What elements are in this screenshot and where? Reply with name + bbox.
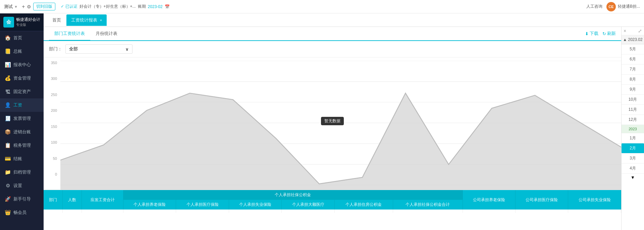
calendar-icon[interactable]: 📅 [165,4,170,9]
y-axis: 0 50 100 150 200 250 300 350 [47,61,57,176]
tab-bar: 首页 工资统计报表 × [44,13,644,27]
sidebar-item-tax[interactable]: 📋 税务管理 [0,139,44,152]
sidebar-item-home[interactable]: 🏠 首页 [0,31,44,45]
sidebar-item-invoice[interactable]: 🧾 发票管理 [0,112,44,125]
download-icon: ⬇ [585,31,589,36]
col-personal-medical: 个人承担医疗保险 [176,200,229,210]
date-item-6[interactable]: 6月 [622,54,644,64]
bottom-table-container: 部门 人数 应发工资合计 个人承担社保公积金 公司承担养老保险 公司承担医疗保险… [44,190,621,230]
settings-icon[interactable]: ⚙ [27,4,31,9]
date-item-3[interactable]: 3月 [622,153,644,164]
expand-sidebar-button[interactable]: ⤢ [638,28,642,34]
tab-department[interactable]: 部门工资统计表 [49,27,90,41]
year-label: 2023.02 [628,37,642,42]
line-chart [60,61,621,190]
date-item-2[interactable]: 2月 [622,143,644,153]
y-label-0: 0 [47,172,57,176]
sidebar-item-assets[interactable]: 🏗 固定资产 [0,85,44,98]
col-company-medical: 公司承担医疗保险 [516,190,568,210]
tab-salary-report[interactable]: 工资统计报表 × [66,14,107,26]
sidebar-label-close: 结账 [13,156,22,162]
col-personal-total: 个人承担社保公积金合计 [393,200,463,210]
date-item-5[interactable]: 5月 [622,44,644,54]
salary-icon: 👤 [5,102,11,108]
funds-icon: 💰 [5,75,11,81]
chevron-up-icon[interactable]: ▲ [623,37,627,42]
tab-monthly[interactable]: 月份统计表 [90,27,123,41]
sidebar-label-ledger: 总账 [13,48,22,54]
y-label-250: 250 [47,93,57,97]
inner-content: 部门工资统计表 月份统计表 ⬇ 下载 ↻ 刷新 [44,27,644,230]
y-label-100: 100 [47,140,57,144]
chevron-down-nav[interactable]: ▼ [622,174,644,181]
sidebar-label-reports: 报表中心 [13,62,31,68]
sidebar-item-archive[interactable]: 📁 归档管理 [0,166,44,179]
y-label-300: 300 [47,77,57,81]
date-item-10[interactable]: 10月 [622,95,644,105]
user-name: 轻捷通B担... [618,4,640,9]
status-info: ✓ 已认证 好会计（专）+好生意（标）+... 账期 2023-02 📅 [61,4,169,9]
date-item-7[interactable]: 7月 [622,64,644,75]
tab-close-button[interactable]: × [100,18,102,22]
col-headcount: 人数 [62,190,82,210]
download-button[interactable]: ⬇ 下载 [585,31,598,37]
sidebar-label-home: 首页 [13,35,22,41]
add-icon[interactable]: + [22,4,25,10]
sidebar-item-settings[interactable]: ⚙ 设置 [0,179,44,192]
col-company-pension: 公司承担养老保险 [463,190,515,210]
sub-tab-bar: 部门工资统计表 月份统计表 ⬇ 下载 ↻ 刷新 [44,27,621,41]
col-company-unemploy: 公司承担失业保险 [568,190,621,210]
col-personal-unemploy: 个人承担失业保险 [229,200,281,210]
sidebar-item-ledger[interactable]: 📒 总账 [0,45,44,58]
sidebar-item-salary[interactable]: 👤 工资 [0,98,44,112]
refresh-button[interactable]: ↻ 刷新 [602,31,616,37]
invoice-icon: 🧾 [5,116,11,122]
date-item-9[interactable]: 9月 [622,85,644,95]
col-personal-housing: 个人承担住房公积金 [334,200,393,210]
date-item-year-2023: 2023 [622,125,644,133]
sidebar-item-reports[interactable]: 📊 报表中心 [0,58,44,72]
col-total-salary: 应发工资合计 [82,190,123,210]
sidebar-label-tax: 税务管理 [13,142,31,148]
main-panel: 部门工资统计表 月份统计表 ⬇ 下载 ↻ 刷新 [44,27,621,230]
col-personal-pension: 个人承担养老保险 [123,200,176,210]
switch-button[interactable]: 切到旧版 [33,3,55,10]
sidebar-item-close[interactable]: 💳 结账 [0,152,44,166]
filter-label: 部门： [49,46,62,52]
tab-home[interactable]: 首页 [48,14,66,26]
avatar: CE [606,2,616,11]
sidebar-item-funds[interactable]: 💰 资金管理 [0,72,44,85]
human-service[interactable]: 人工咨询 [586,4,602,9]
reports-icon: 📊 [5,62,11,68]
sidebar-label-archive: 归档管理 [13,169,31,175]
chevron-down-icon: ▼ [14,5,18,9]
project-name: 测试 [4,4,13,10]
date-item-4[interactable]: 4月 [622,164,644,174]
sidebar-item-vip[interactable]: 👑 畅会员 [0,206,44,219]
department-select[interactable]: 全部 ∨ [65,44,132,54]
close-account-icon: 💳 [5,156,11,162]
main-layout: 会 畅捷通好会计 专业版 🏠 首页 📒 总账 📊 报表中心 💰 资金管理 🏗 固… [0,13,644,230]
date-item-12[interactable]: 12月 [622,115,644,125]
date-header: ▲ 2023.02 [622,35,644,44]
date-list: 5月 6月 7月 8月 9月 10月 11月 12月 2023 1月 2月 3月… [622,44,644,181]
tax-icon: 📋 [5,142,11,148]
header-right: 人工咨询 CE 轻捷通B担... [586,2,640,11]
date-item-11[interactable]: 11月 [622,105,644,115]
col-group-personal: 个人承担社保公积金 [123,190,463,200]
date-item-8[interactable]: 8月 [622,75,644,85]
chevron-down-icon: ∨ [125,47,129,52]
trade-icon: 📦 [5,129,11,135]
content-area: 首页 工资统计报表 × 部门工资统计表 月份统计表 ⬇ [44,13,644,230]
close-sidebar-button[interactable]: × [624,28,626,34]
date-item-1[interactable]: 1月 [622,133,644,143]
chevron-down-icon: ▼ [631,175,635,180]
sidebar-item-trade[interactable]: 📦 进销台账 [0,125,44,139]
verified-status: ✓ 已认证 [61,4,77,9]
project-selector[interactable]: 测试 ▼ [4,4,18,10]
sidebar-item-guide[interactable]: 🚀 新手引导 [0,192,44,206]
guide-icon: 🚀 [5,196,11,202]
sidebar-label-funds: 资金管理 [13,75,31,81]
y-label-50: 50 [47,156,57,160]
y-label-150: 150 [47,125,57,129]
